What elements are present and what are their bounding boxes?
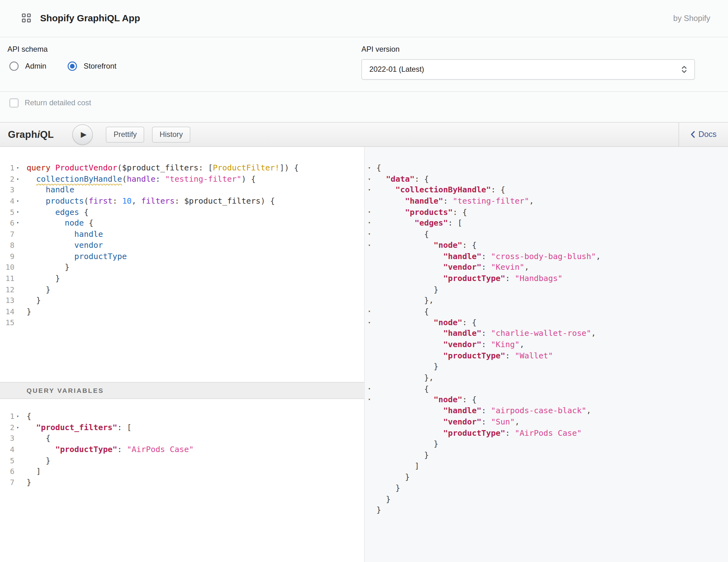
radio-admin[interactable] — [9, 61, 19, 71]
execute-query-button[interactable]: ▶ — [72, 124, 93, 145]
prettify-button[interactable]: Prettify — [106, 127, 144, 143]
code-line[interactable]: 6 ] — [0, 466, 364, 477]
token-p — [50, 163, 55, 173]
token-p: } — [376, 439, 438, 449]
code-line[interactable]: 7 handle — [0, 229, 364, 240]
query-variables-header[interactable]: QUERY VARIABLES — [0, 382, 364, 399]
token-key: "handle" — [443, 328, 482, 338]
token-key: "productType" — [443, 351, 505, 360]
gutter: 14 — [0, 306, 21, 317]
token-p: : — [481, 252, 491, 261]
token-def: ProductVendor — [55, 163, 117, 173]
radio-admin-label[interactable]: Admin — [25, 62, 46, 71]
gutter: 2▾ — [0, 174, 21, 185]
fold-arrow[interactable]: ▾ — [14, 174, 21, 185]
code-line[interactable]: 10 } — [0, 262, 364, 273]
token-p — [376, 252, 443, 261]
code-line[interactable]: 1▾{ — [0, 411, 364, 422]
fold-spacer — [365, 350, 374, 361]
fold-spacer — [365, 417, 374, 428]
code-line: ] — [365, 460, 728, 471]
fold-arrow[interactable]: ▾ — [365, 218, 374, 229]
fold-spacer — [14, 185, 21, 196]
gutter: 5▾ — [0, 207, 21, 218]
code-line[interactable]: 13 } — [0, 295, 364, 306]
fold-spacer — [14, 240, 21, 251]
gutter: 6 — [0, 466, 21, 477]
token-p: ) { — [241, 174, 256, 184]
token-attr: handle — [127, 174, 156, 184]
code-line[interactable]: 7} — [0, 477, 364, 488]
select-updown-icon — [681, 65, 687, 74]
detailed-cost-checkbox[interactable] — [9, 98, 19, 108]
code-line[interactable]: 2▾ collectionByHandle(handle: "testing-f… — [0, 174, 364, 185]
shopify-graphiql-app: Shopify GraphiQL App by Shopify API sche… — [0, 0, 728, 562]
code-line[interactable]: 5 } — [0, 455, 364, 466]
token-attr: filters — [141, 196, 175, 206]
code-line: } — [365, 483, 728, 494]
code-line[interactable]: 9 productType — [0, 251, 364, 262]
code-line[interactable]: 8 vendor — [0, 240, 364, 251]
radio-storefront-label[interactable]: Storefront — [84, 62, 117, 71]
token-prop: handle — [74, 229, 103, 239]
fold-arrow[interactable]: ▾ — [14, 411, 21, 422]
token-p: : — [443, 196, 453, 206]
token-p: { — [376, 307, 429, 316]
line-number: 2 — [0, 422, 14, 433]
code-line[interactable]: 4▾ products(first: 10, filters: $product… — [0, 196, 364, 207]
code-line[interactable]: 4 "productType": "AirPods Case" — [0, 444, 364, 455]
token-p — [376, 428, 443, 437]
fold-arrow[interactable]: ▾ — [365, 306, 374, 317]
fold-arrow[interactable]: ▾ — [14, 196, 21, 207]
fold-arrow[interactable]: ▾ — [365, 317, 374, 328]
code-line[interactable]: 6▾ node { — [0, 218, 364, 229]
code-line[interactable]: 3 handle — [0, 185, 364, 196]
token-p — [27, 208, 55, 217]
token-p: ] — [27, 467, 41, 476]
fold-arrow[interactable]: ▾ — [365, 240, 374, 251]
fold-arrow[interactable]: ▾ — [14, 163, 21, 174]
token-var: $product_filters — [122, 163, 198, 173]
token-propw: collectionByHandle — [36, 174, 122, 184]
fold-spacer — [14, 273, 21, 284]
code-line[interactable]: 1▾query ProductVendor($product_filters: … — [0, 163, 364, 174]
fold-arrow[interactable]: ▾ — [365, 163, 374, 174]
gutter: 5 — [0, 455, 21, 466]
code-line: "handle": "airpods-case-black", — [365, 405, 728, 416]
fold-arrow[interactable]: ▾ — [365, 229, 374, 240]
token-p: , — [515, 417, 520, 426]
code-line[interactable]: 11 } — [0, 273, 364, 284]
api-version-select[interactable]: 2022-01 (Latest) — [361, 59, 695, 80]
radio-storefront[interactable] — [68, 61, 77, 71]
code-line[interactable]: 2▾ "product_filters": [ — [0, 422, 364, 433]
line-number: 4 — [0, 196, 14, 207]
history-button[interactable]: History — [152, 127, 190, 143]
fold-arrow[interactable]: ▾ — [365, 383, 374, 394]
fold-arrow[interactable]: ▾ — [365, 174, 374, 185]
token-num: 10 — [122, 196, 131, 206]
query-editor[interactable]: 1▾query ProductVendor($product_filters: … — [0, 147, 364, 382]
api-version-label: API version — [361, 45, 400, 54]
token-var: $product_filters — [184, 196, 261, 206]
code-line[interactable]: 3 { — [0, 433, 364, 444]
code-line: } — [365, 284, 728, 295]
token-p — [376, 174, 386, 184]
variables-editor[interactable]: 1▾{2▾ "product_filters": [3 {4 "productT… — [0, 399, 364, 562]
code-line[interactable]: 15 — [0, 317, 364, 328]
token-p — [376, 406, 443, 415]
fold-arrow[interactable]: ▾ — [365, 207, 374, 218]
code-line[interactable]: 5▾ edges { — [0, 207, 364, 218]
fold-arrow[interactable]: ▾ — [14, 218, 21, 229]
fold-arrow[interactable]: ▾ — [365, 185, 374, 196]
code-line[interactable]: 12 } — [0, 284, 364, 295]
gutter: 6▾ — [0, 218, 21, 229]
fold-arrow[interactable]: ▾ — [14, 422, 21, 433]
fold-arrow[interactable]: ▾ — [14, 207, 21, 218]
fold-spacer — [365, 295, 374, 306]
docs-toggle[interactable]: Docs — [678, 123, 728, 146]
code-line[interactable]: 14} — [0, 306, 364, 317]
fold-arrow[interactable]: ▾ — [365, 394, 374, 405]
chevron-left-icon — [690, 131, 694, 138]
api-schema-label: API schema — [8, 45, 48, 54]
line-number: 15 — [0, 317, 14, 328]
